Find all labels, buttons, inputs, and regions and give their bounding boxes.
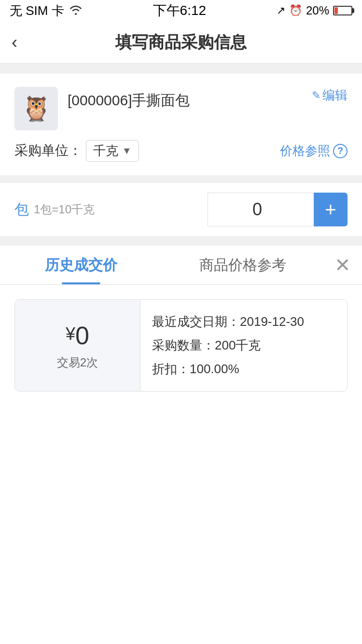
purchase-qty-label: 采购数量： [152, 338, 215, 352]
carrier-text: 无 SIM 卡 [10, 2, 64, 19]
battery-icon [333, 6, 352, 15]
purchase-unit-label: 采购单位： [14, 143, 82, 158]
history-price-content: ¥0 交易2次 最近成交日期：2019-12-30 采购数量：200千克 折扣：… [0, 285, 362, 406]
bottom-area [0, 406, 362, 644]
price-ref-button[interactable]: 价格参照 ? [280, 142, 348, 159]
status-bar-left: 无 SIM 卡 [10, 2, 83, 19]
product-header: 🦉 [0000006]手撕面包 ✎ 编辑 [14, 87, 348, 130]
tab-section: 历史成交价 商品价格参考 ✕ ¥0 交易2次 最近成交日期：2019-12-30… [0, 246, 362, 406]
unit-value: 千克 [93, 142, 118, 159]
unit-box-label: 包 [14, 200, 29, 220]
price-display: ¥0 [66, 321, 89, 350]
discount-row: 折扣：100.00% [152, 361, 335, 378]
purchase-unit-row: 采购单位： 千克 ▼ 价格参照 ? [14, 140, 348, 162]
edit-icon: ✎ [312, 89, 320, 102]
price-card: ¥0 交易2次 最近成交日期：2019-12-30 采购数量：200千克 折扣：… [14, 299, 348, 392]
status-bar-time: 下午6:12 [153, 1, 207, 20]
purchase-unit-left: 采购单位： 千克 ▼ [14, 140, 139, 162]
price-transactions: 交易2次 [57, 355, 98, 370]
product-name: [0000006]手撕面包 [68, 87, 190, 111]
quantity-unit-info: 包 1包=10千克 [14, 200, 95, 220]
recent-date-value: 2019-12-30 [240, 314, 304, 329]
tab-history-price-label: 历史成交价 [45, 255, 117, 275]
quantity-input[interactable] [208, 193, 314, 226]
help-icon: ? [333, 144, 348, 158]
product-image: 🦉 [14, 87, 58, 130]
edit-label: 编辑 [322, 87, 348, 104]
wifi-icon [69, 3, 83, 18]
close-icon: ✕ [334, 254, 351, 276]
product-section: 🦉 [0000006]手撕面包 ✎ 编辑 采购单位： 千克 ▼ 价格参照 ? [0, 73, 362, 175]
unit-conversion: 1包=10千克 [34, 202, 95, 217]
price-card-right: 最近成交日期：2019-12-30 采购数量：200千克 折扣：100.00% [140, 300, 347, 391]
price-symbol: ¥ [66, 324, 75, 344]
quantity-input-group: + [208, 193, 348, 226]
alarm-icon: ⏰ [289, 4, 302, 17]
unit-dropdown-arrow: ▼ [122, 145, 132, 156]
price-card-left: ¥0 交易2次 [15, 300, 140, 391]
tab-history-price[interactable]: 历史成交价 [0, 246, 162, 284]
quantity-row: 包 1包=10千克 + [0, 183, 362, 236]
tab-close-button[interactable]: ✕ [323, 246, 362, 284]
plus-icon: + [325, 199, 336, 221]
price-value: 0 [75, 322, 89, 350]
location-icon: ↗ [277, 4, 285, 17]
product-left: 🦉 [0000006]手撕面包 [14, 87, 190, 130]
status-bar-right: ↗ ⏰ 20% [277, 4, 352, 17]
tab-product-price-ref-label: 商品价格参考 [199, 255, 286, 275]
tab-product-price-ref[interactable]: 商品价格参考 [162, 246, 323, 284]
price-ref-label: 价格参照 [280, 142, 330, 159]
tab-bar: 历史成交价 商品价格参考 ✕ [0, 246, 362, 285]
unit-select[interactable]: 千克 ▼ [86, 140, 139, 162]
edit-button[interactable]: ✎ 编辑 [312, 87, 348, 104]
product-thumbnail-icon: 🦉 [21, 95, 51, 123]
nav-bar: ‹ 填写商品采购信息 [0, 21, 362, 64]
discount-value: 100.00% [190, 362, 239, 376]
purchase-qty-row: 采购数量：200千克 [152, 337, 335, 354]
recent-date-label: 最近成交日期： [152, 314, 240, 329]
recent-date-row: 最近成交日期：2019-12-30 [152, 313, 335, 330]
back-button[interactable]: ‹ [12, 32, 17, 53]
section-divider [0, 175, 362, 183]
purchase-qty-value: 200千克 [215, 338, 261, 352]
discount-label: 折扣： [152, 362, 190, 376]
status-bar: 无 SIM 卡 下午6:12 ↗ ⏰ 20% [0, 0, 362, 21]
page-title: 填写商品采购信息 [115, 31, 247, 54]
quantity-plus-button[interactable]: + [314, 193, 348, 226]
battery-percent: 20% [306, 4, 329, 17]
